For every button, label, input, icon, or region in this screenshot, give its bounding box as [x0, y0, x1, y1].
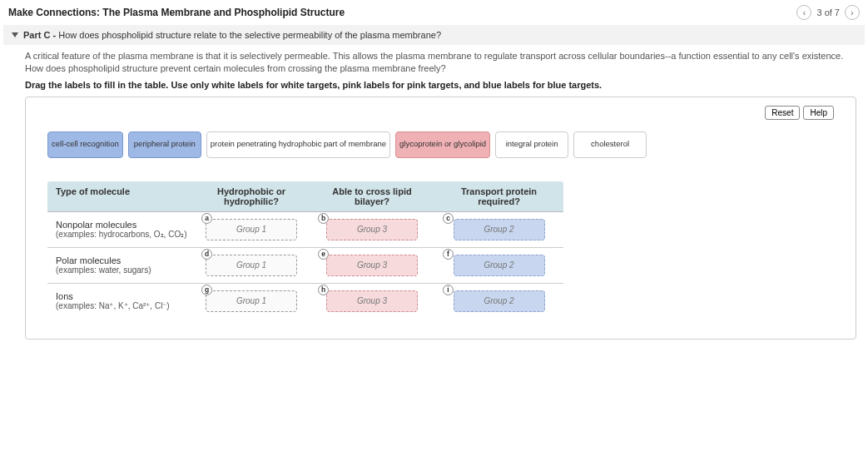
- part-text: Part C - How does phospholipid structure…: [23, 30, 441, 40]
- th-type: Type of molecule: [47, 181, 193, 212]
- work-area: Reset Help cell-cell recognition periphe…: [25, 97, 856, 339]
- tag-d: d: [201, 249, 212, 260]
- table-row: Ions (examples: Na⁺, K⁺, Ca²⁺, Cl⁻) gGro…: [47, 284, 563, 319]
- answer-table: Type of molecule Hydrophobic or hydrophi…: [47, 181, 563, 319]
- target-i[interactable]: Group 2: [454, 290, 545, 312]
- target-h[interactable]: Group 3: [326, 290, 418, 312]
- tag-f: f: [443, 249, 454, 260]
- target-d[interactable]: Group 1: [206, 255, 297, 276]
- intro-text: A critical feature of the plasma membran…: [25, 50, 856, 75]
- part-question: How does phospholipid structure relate t…: [58, 30, 441, 40]
- tag-h: h: [318, 285, 329, 295]
- part-label: Part C: [23, 30, 50, 40]
- instruction-text: Drag the labels to fill in the table. Us…: [25, 80, 856, 90]
- label-protein-penetrating[interactable]: protein penetrating hydrophobic part of …: [206, 131, 390, 158]
- page-counter: 3 of 7: [816, 7, 840, 17]
- label-bank: cell-cell recognition peripheral protein…: [47, 131, 834, 158]
- target-c[interactable]: Group 2: [454, 219, 545, 240]
- row-label-ions: Ions (examples: Na⁺, K⁺, Ca²⁺, Cl⁻): [47, 291, 193, 310]
- th-hydro: Hydrophobic or hydrophilic?: [193, 181, 310, 212]
- row-label-nonpolar: Nonpolar molecules (examples: hydrocarbo…: [47, 220, 193, 239]
- target-b[interactable]: Group 3: [326, 219, 418, 240]
- target-g[interactable]: Group 1: [206, 290, 297, 312]
- target-a[interactable]: Group 1: [206, 219, 297, 240]
- th-transport: Transport protein required?: [434, 181, 563, 212]
- tag-b: b: [318, 213, 329, 224]
- tag-g: g: [201, 285, 212, 295]
- tag-i: i: [443, 285, 454, 295]
- tag-e: e: [318, 249, 329, 260]
- table-row: Polar molecules (examples: water, sugars…: [47, 248, 563, 284]
- label-peripheral-protein[interactable]: peripheral protein: [128, 131, 201, 158]
- th-cross: Able to cross lipid bilayer?: [310, 181, 434, 212]
- label-cell-recognition[interactable]: cell-cell recognition: [47, 131, 123, 158]
- table-row: Nonpolar molecules (examples: hydrocarbo…: [47, 212, 563, 248]
- target-f[interactable]: Group 2: [454, 255, 545, 276]
- label-integral-protein[interactable]: integral protein: [495, 131, 568, 158]
- tag-c: c: [443, 213, 454, 224]
- reset-button[interactable]: Reset: [765, 106, 800, 120]
- next-button[interactable]: ›: [845, 5, 860, 20]
- label-glycoprotein[interactable]: glycoprotein or glycolipid: [395, 131, 490, 158]
- collapse-icon: [12, 32, 18, 37]
- tag-a: a: [201, 213, 212, 224]
- pager: ‹ 3 of 7 ›: [796, 5, 860, 20]
- row-label-polar: Polar molecules (examples: water, sugars…: [47, 255, 193, 275]
- prev-button[interactable]: ‹: [796, 5, 811, 20]
- help-button[interactable]: Help: [803, 106, 834, 120]
- target-e[interactable]: Group 3: [326, 255, 418, 276]
- label-cholesterol[interactable]: cholesterol: [573, 131, 647, 158]
- page-title: Make Connections: The Plasma Membrane an…: [8, 7, 345, 18]
- part-header[interactable]: Part C - How does phospholipid structure…: [3, 25, 865, 45]
